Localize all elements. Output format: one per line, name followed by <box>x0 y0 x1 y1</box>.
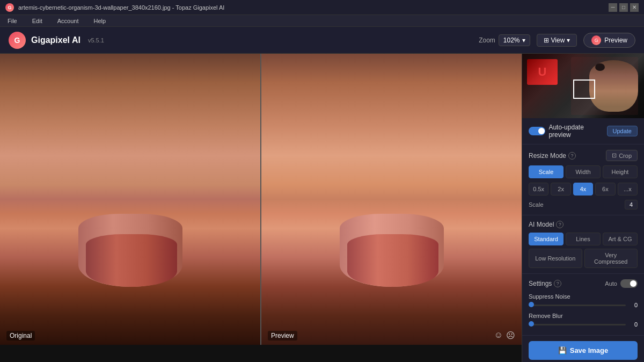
save-label: Save Image <box>570 346 609 354</box>
scale-row: Scale 4 <box>529 200 638 209</box>
preview-panel: Preview ☺ ☹ <box>261 54 522 345</box>
width-tab[interactable]: Width <box>566 165 601 178</box>
zoom-dropdown[interactable]: 102% ▾ <box>499 34 530 46</box>
model-low-resolution[interactable]: Low Resolution <box>529 249 582 268</box>
original-image <box>0 54 260 345</box>
suppress-noise-thumb[interactable] <box>529 302 534 307</box>
maximize-button[interactable]: □ <box>619 3 628 12</box>
zoom-value: 102% <box>503 37 520 44</box>
suppress-noise-label: Suppress Noise <box>529 293 638 300</box>
grid-icon: ⊞ <box>544 37 549 44</box>
save-image-button[interactable]: 💾 Save Image <box>529 341 638 360</box>
save-icon: 💾 <box>558 346 567 354</box>
auto-settings-toggle[interactable] <box>620 279 638 288</box>
app-title: Gigapixel AI <box>31 35 80 45</box>
thumbnail-selection-rect <box>573 79 595 99</box>
menu-bar: File Edit Account Help <box>0 15 644 27</box>
scale-label: Scale <box>529 201 544 208</box>
view-label: View <box>551 37 565 44</box>
app-header: G Gigapixel AI v5.5.1 Zoom 102% ▾ ⊞ View… <box>0 27 644 54</box>
resize-mode-tabs: Scale Width Height <box>529 165 638 178</box>
logo-area: G Gigapixel AI v5.5.1 <box>9 32 104 49</box>
model-lines[interactable]: Lines <box>566 233 601 245</box>
right-panel: U Auto-update preview Update R <box>522 54 644 362</box>
image-area: Original Preview ☺ ☹ <box>0 54 522 362</box>
resize-mode-title: Resize Mode <box>529 152 566 160</box>
main-content: Original Preview ☺ ☹ <box>0 54 644 362</box>
header-controls: Zoom 102% ▾ ⊞ View ▾ G Preview <box>479 33 635 48</box>
preview-label: Preview <box>604 37 627 44</box>
app-version: v5.5.1 <box>88 37 104 44</box>
suppress-noise-slider-row: 0 <box>529 302 638 308</box>
menu-edit[interactable]: Edit <box>29 17 46 25</box>
original-label: Original <box>6 331 35 341</box>
image-panel: Original Preview ☺ ☹ <box>0 54 522 345</box>
chevron-down-icon: ▾ <box>567 37 570 44</box>
remove-blur-slider-row: 0 <box>529 321 638 328</box>
panel-icons: ☺ ☹ <box>494 330 515 341</box>
title-bar-icon: G <box>5 3 14 12</box>
model-art-cg[interactable]: Art & CG <box>603 233 638 245</box>
title-bar-title: artemis-cybernetic-organism-3d-wallpaper… <box>18 4 224 11</box>
auto-update-label: Auto-update preview <box>548 124 606 139</box>
settings-title: Settings <box>529 280 552 287</box>
preview-label: Preview <box>268 331 297 341</box>
model-buttons-row1: Standard Lines Art & CG <box>529 233 638 245</box>
remove-blur-thumb[interactable] <box>529 321 534 327</box>
zoom-control: Zoom 102% ▾ <box>479 34 530 46</box>
scale-6x[interactable]: 6x <box>595 183 615 196</box>
resize-mode-section: Resize Mode ? ⊡ Crop Scale Width Height … <box>522 144 644 215</box>
preview-image <box>261 54 522 345</box>
close-button[interactable]: ✕ <box>630 3 639 12</box>
model-buttons-row2: Low Resolution Very Compressed <box>529 249 638 268</box>
model-very-compressed[interactable]: Very Compressed <box>584 249 638 268</box>
menu-help[interactable]: Help <box>90 17 109 25</box>
menu-file[interactable]: File <box>4 17 20 25</box>
remove-blur-value: 0 <box>629 321 638 328</box>
auto-update-section: Auto-update preview Update <box>522 118 644 144</box>
preview-button[interactable]: G Preview <box>583 33 635 48</box>
scale-tab[interactable]: Scale <box>529 165 564 178</box>
scale-2x[interactable]: 2x <box>551 183 570 196</box>
minimize-button[interactable]: ─ <box>609 3 617 12</box>
app-logo: G <box>9 32 26 49</box>
suppress-noise-value: 0 <box>629 302 638 308</box>
scale-0.5x[interactable]: 0.5x <box>529 183 548 196</box>
model-standard[interactable]: Standard <box>529 233 564 245</box>
thumbnail-container: U <box>522 54 644 118</box>
original-panel: Original <box>0 54 260 345</box>
auto-update-toggle[interactable] <box>529 127 545 135</box>
smile-icon[interactable]: ☺ <box>494 330 503 341</box>
crop-icon: ⊡ <box>612 152 617 159</box>
menu-account[interactable]: Account <box>54 17 82 25</box>
remove-blur-track[interactable] <box>529 324 626 325</box>
view-button[interactable]: ⊞ View ▾ <box>537 34 577 47</box>
suppress-noise-track[interactable] <box>529 305 626 306</box>
ai-model-title: AI Model <box>529 221 554 228</box>
chevron-down-icon: ▾ <box>522 37 525 44</box>
frown-icon[interactable]: ☹ <box>506 330 515 341</box>
scale-custom[interactable]: ...x <box>618 183 638 196</box>
title-bar: G artemis-cybernetic-organism-3d-wallpap… <box>0 0 644 15</box>
height-tab[interactable]: Height <box>603 165 638 178</box>
settings-help-icon[interactable]: ? <box>554 280 561 287</box>
resize-mode-help-icon[interactable]: ? <box>568 152 576 160</box>
remove-blur-label: Remove Blur <box>529 313 638 319</box>
crop-button[interactable]: ⊡ Crop <box>606 150 638 161</box>
scale-value: 4 <box>625 200 638 209</box>
auto-label: Auto <box>605 280 617 287</box>
scale-options: 0.5x 2x 4x 6x ...x <box>529 183 638 196</box>
update-button[interactable]: Update <box>607 126 638 136</box>
scale-4x[interactable]: 4x <box>573 183 593 196</box>
ai-model-help-icon[interactable]: ? <box>556 221 564 228</box>
ai-model-section: AI Model ? Standard Lines Art & CG Low R… <box>522 215 644 274</box>
zoom-label: Zoom <box>479 37 495 44</box>
settings-section: Settings ? Auto Suppress Noise <box>522 274 644 336</box>
preview-logo-icon: G <box>591 35 601 45</box>
